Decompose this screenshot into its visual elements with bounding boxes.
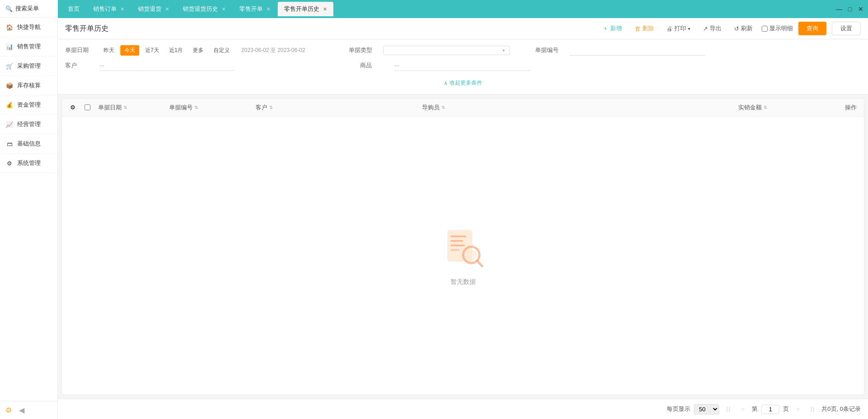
- sidebar-item-label: 采购管理: [17, 62, 41, 70]
- sidebar-item-sales-mgmt[interactable]: 📊 销售管理: [0, 37, 57, 56]
- date-btn-today[interactable]: 今天: [120, 45, 139, 56]
- collapse-sidebar-icon[interactable]: ◀: [19, 406, 24, 414]
- tab-sales-order-close[interactable]: ✕: [120, 6, 124, 12]
- settings-filter-button[interactable]: 设置: [832, 22, 861, 35]
- collapse-label: 收起更多条件: [450, 79, 482, 87]
- page-input[interactable]: [761, 405, 779, 414]
- doc-no-field: [569, 45, 705, 56]
- sidebar-item-purchase-mgmt[interactable]: 🛒 采购管理: [0, 56, 57, 76]
- tab-home[interactable]: 首页: [62, 2, 86, 16]
- empty-illustration: [441, 226, 486, 271]
- table-settings[interactable]: ⚙: [66, 104, 80, 111]
- svg-line-7: [477, 261, 482, 266]
- export-button[interactable]: ↗ 导出: [699, 23, 725, 34]
- display-detail-checkbox[interactable]: [762, 26, 768, 32]
- tab-sales-return-label: 销货退货: [138, 5, 161, 13]
- sort-customer-icon[interactable]: ⇅: [269, 105, 273, 110]
- tab-sales-return-history[interactable]: 销货退货历史 ✕: [176, 2, 232, 16]
- tab-sales-order[interactable]: 销售订单 ✕: [87, 2, 131, 16]
- customer-label: 客户: [65, 61, 92, 70]
- th-amount-label: 实销金额: [738, 104, 762, 112]
- display-detail-toggle[interactable]: 显示明细: [762, 24, 793, 33]
- select-all-checkbox-cell[interactable]: [80, 104, 95, 110]
- th-salesperson: 导购员 ⇅: [418, 104, 489, 112]
- date-btn-last7[interactable]: 近7天: [141, 45, 163, 56]
- doc-no-input[interactable]: [569, 45, 645, 55]
- query-button[interactable]: 查询: [798, 22, 826, 35]
- date-btn-custom[interactable]: 自定义: [209, 45, 234, 56]
- refresh-button[interactable]: ↺ 刷新: [730, 23, 756, 34]
- th-no: 单据编号 ⇅: [166, 104, 252, 112]
- tab-sales-return-history-close[interactable]: ✕: [222, 6, 226, 12]
- sidebar-item-base-info[interactable]: 🗃 基础信息: [0, 134, 57, 154]
- search-nav[interactable]: 🔍 搜索采单: [0, 0, 57, 18]
- close-btn[interactable]: ✕: [857, 5, 864, 13]
- home-icon: 🏠: [5, 23, 14, 31]
- tab-sales-return[interactable]: 销货退货 ✕: [132, 2, 175, 16]
- sort-amount-icon[interactable]: ⇅: [764, 105, 767, 110]
- date-btn-more[interactable]: 更多: [189, 45, 208, 56]
- add-icon: ＋: [602, 24, 608, 33]
- date-btn-last-month[interactable]: 近1月: [165, 45, 187, 56]
- maximize-btn[interactable]: □: [846, 5, 854, 13]
- svg-rect-1: [451, 235, 466, 237]
- tab-retail-open[interactable]: 零售开单 ✕: [233, 2, 277, 16]
- filter-area: 单据日期 昨天 今天 近7天 近1月 更多 自定义 2023-06-02 至 2…: [58, 39, 868, 94]
- empty-text: 暂无数据: [451, 278, 476, 286]
- collapse-filter-btn[interactable]: ∧ 收起更多条件: [438, 77, 488, 89]
- prev-page-btn[interactable]: ＜: [737, 404, 748, 414]
- first-page-btn[interactable]: ⟨⟨: [723, 404, 734, 414]
- ops-icon: 📈: [5, 120, 14, 128]
- print-button[interactable]: 🖨 打印 ▾: [663, 23, 694, 34]
- sort-salesperson-icon[interactable]: ⇅: [441, 105, 445, 110]
- sidebar-item-ops-mgmt[interactable]: 📈 经营管理: [0, 115, 57, 134]
- sidebar-item-inventory[interactable]: 📦 库存核算: [0, 76, 57, 95]
- sidebar-item-label: 销售管理: [17, 42, 41, 51]
- search-label: 搜索采单: [15, 5, 39, 13]
- tab-retail-open-history-close[interactable]: ✕: [323, 6, 327, 12]
- sys-icon: ⚙: [5, 159, 14, 167]
- doc-no-label: 单据编号: [535, 46, 562, 54]
- sidebar-item-quick-nav[interactable]: 🏠 快捷导航: [0, 18, 57, 37]
- add-label: 新增: [610, 24, 622, 33]
- next-page-btn[interactable]: ＞: [792, 404, 803, 414]
- empty-svg: [441, 226, 486, 271]
- sort-date-icon[interactable]: ⇅: [123, 105, 127, 110]
- sort-no-icon[interactable]: ⇅: [194, 105, 198, 110]
- sidebar: 🔍 搜索采单 🏠 快捷导航 📊 销售管理 🛒 采购管理 📦 库存核算 💰 资金管…: [0, 0, 58, 419]
- minimize-btn[interactable]: —: [835, 5, 843, 13]
- base-icon: 🗃: [5, 140, 14, 148]
- delete-button[interactable]: 🗑 删除: [631, 23, 658, 34]
- toolbar-actions: ＋ 新增 🗑 删除 🖨 打印 ▾ ↗ 导出 ↺ 刷新: [599, 22, 861, 35]
- svg-point-6: [466, 250, 477, 260]
- filter-row-1: 单据日期 昨天 今天 近7天 近1月 更多 自定义 2023-06-02 至 2…: [65, 45, 861, 56]
- date-btn-yesterday[interactable]: 昨天: [100, 45, 119, 56]
- sidebar-bottom: ⚙ ◀: [0, 401, 57, 419]
- per-page-select[interactable]: 50 100 200: [694, 404, 719, 414]
- print-icon: 🖨: [667, 25, 673, 32]
- refresh-label: 刷新: [741, 24, 753, 33]
- tabs-bar: 首页 销售订单 ✕ 销货退货 ✕ 销货退货历史 ✕ 零售开单 ✕ 零售开单历史 …: [58, 0, 868, 18]
- sidebar-item-label: 基础信息: [17, 140, 41, 148]
- sidebar-item-finance[interactable]: 💰 资金管理: [0, 95, 57, 115]
- goods-input[interactable]: [394, 60, 470, 71]
- tab-retail-open-close[interactable]: ✕: [266, 6, 270, 12]
- page-suffix: 页: [783, 405, 789, 413]
- delete-icon: 🗑: [635, 25, 640, 32]
- add-button[interactable]: ＋ 新增: [599, 23, 626, 34]
- svg-rect-3: [451, 245, 465, 246]
- doc-type-select[interactable]: ▾: [383, 46, 510, 55]
- sidebar-item-sys-mgmt[interactable]: ⚙ 系统管理: [0, 154, 57, 173]
- data-table: ⚙ 单据日期 ⇅ 单据编号 ⇅ 客户 ⇅ 导购员: [62, 98, 864, 395]
- settings-icon[interactable]: ⚙: [5, 406, 12, 414]
- tab-retail-open-history[interactable]: 零售开单历史 ✕: [278, 2, 333, 16]
- tab-retail-open-history-label: 零售开单历史: [284, 5, 319, 13]
- empty-state: 暂无数据: [62, 117, 864, 395]
- table-header: ⚙ 单据日期 ⇅ 单据编号 ⇅ 客户 ⇅ 导购员: [62, 99, 864, 117]
- customer-input[interactable]: [100, 60, 175, 71]
- select-all-checkbox[interactable]: [85, 104, 90, 110]
- tab-sales-return-close[interactable]: ✕: [165, 6, 169, 12]
- last-page-btn[interactable]: ⟩⟩: [807, 404, 818, 414]
- collapse-up-icon: ∧: [444, 80, 448, 86]
- window-controls: — □ ✕: [835, 5, 864, 13]
